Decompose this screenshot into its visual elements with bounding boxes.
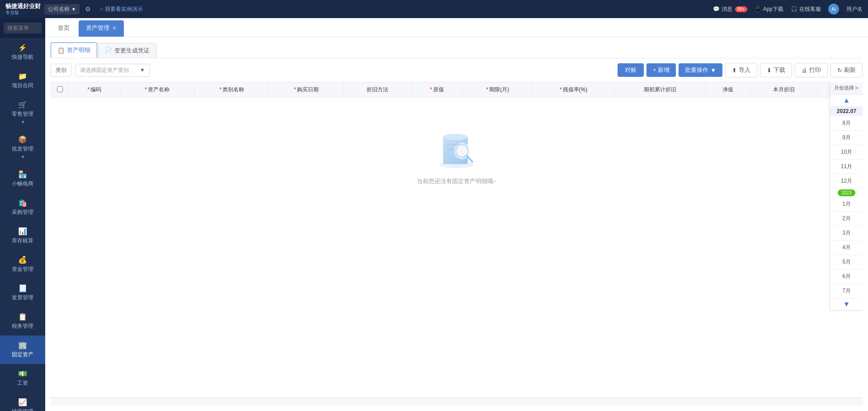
- app-title: 畅捷通好业财: [5, 3, 41, 10]
- tab-close-icon[interactable]: ✕: [112, 25, 117, 31]
- toolbar-left: 类别 请选择固定资产类别 ▼: [51, 64, 150, 77]
- refresh-button[interactable]: ↻ 刷新: [830, 63, 863, 77]
- table-header-row: *编码 *资产名称 *类别名称 *购买日期 折旧方法 *原值 *期限(月) *残…: [51, 82, 863, 98]
- settings-icon[interactable]: ⚙: [85, 5, 91, 13]
- batch-button[interactable]: 批量操作 ▼: [679, 63, 722, 77]
- empty-illustration: [429, 125, 484, 170]
- sidebar-item-ecommerce[interactable]: 🏪 小畅电商: [0, 165, 45, 193]
- content-area: 首页 资产管理 ✕ 📋 资产明细 📄 变更生成凭证: [45, 18, 868, 411]
- month-7[interactable]: 7月: [830, 284, 863, 298]
- wholesale-arrow: ▾: [22, 154, 24, 159]
- month-panel: 月份选择 ✕ ▲ 2022.07 8月 9月 10月 11月 12月 2023 …: [830, 82, 863, 311]
- sidebar-item-label: 工资: [17, 379, 28, 387]
- messages-button[interactable]: 💬 消息 99+: [713, 5, 747, 13]
- page-footer: [51, 397, 863, 406]
- col-original-value: *原值: [411, 82, 462, 98]
- month-6[interactable]: 6月: [830, 269, 863, 284]
- search-input[interactable]: [4, 23, 42, 33]
- import-icon: ⬆: [732, 67, 737, 74]
- month-8[interactable]: 8月: [830, 116, 863, 131]
- month-9[interactable]: 9月: [830, 131, 863, 145]
- month-11[interactable]: 11月: [830, 160, 863, 174]
- category-filter[interactable]: 类别: [51, 64, 71, 77]
- demo-label: 我要看实例演示: [105, 5, 143, 13]
- download-button[interactable]: ⬇ 下载: [760, 63, 792, 77]
- company-selector[interactable]: 公司名称 ▼: [44, 4, 80, 14]
- operations-icon: 📈: [18, 398, 27, 406]
- select-all-checkbox[interactable]: [57, 86, 63, 92]
- category-select[interactable]: 请选择固定资产类别 ▼: [75, 64, 150, 77]
- empty-state: 当前您还没有固定资产明细哦~: [51, 98, 863, 213]
- download-icon: ⬇: [767, 67, 772, 74]
- sub-tab-voucher-label: 变更生成凭证: [114, 47, 150, 55]
- sub-tab-detail[interactable]: 📋 资产明细: [51, 43, 97, 58]
- invoice-icon: 🧾: [18, 284, 27, 293]
- messages-badge: 99+: [735, 6, 747, 12]
- add-label: + 新增: [653, 66, 670, 74]
- month-panel-header: 月份选择 ✕: [830, 82, 863, 94]
- download-label: 下载: [774, 66, 785, 74]
- print-label: 打印: [809, 66, 821, 74]
- month-4[interactable]: 4月: [830, 241, 863, 255]
- month-nav-up[interactable]: ▲: [830, 94, 863, 106]
- sub-tab-voucher[interactable]: 📄 变更生成凭证: [98, 43, 156, 58]
- month-2[interactable]: 2月: [830, 212, 863, 226]
- year-2023-badge: 2023: [838, 189, 855, 196]
- sub-tab-detail-label: 资产明细: [67, 46, 90, 54]
- app-edition: 专业版: [5, 10, 41, 15]
- sidebar-item-invoice[interactable]: 🧾 发票管理: [0, 279, 45, 307]
- sidebar-item-label: 批发管理: [12, 145, 33, 153]
- tab-home[interactable]: 首页: [51, 20, 77, 37]
- sidebar-item-wholesale[interactable]: 📦 批发管理 ▾: [0, 130, 45, 165]
- col-period: *期限(月): [462, 82, 533, 98]
- avatar-initials: Ai: [831, 6, 836, 12]
- month-3[interactable]: 3月: [830, 226, 863, 241]
- col-depreciation-method: 折旧方法: [344, 82, 411, 98]
- col-purchase-date: *购买日期: [269, 82, 344, 98]
- svg-point-3: [443, 134, 467, 140]
- svg-rect-7: [447, 144, 459, 145]
- sidebar-item-tax[interactable]: 📋 税务管理: [0, 307, 45, 335]
- sidebar-item-quicknav[interactable]: ⚡ 快捷导航: [0, 38, 45, 66]
- col-code: *编码: [69, 82, 120, 98]
- tab-bar: 首页 资产管理 ✕: [45, 18, 868, 37]
- sidebar-item-inventory[interactable]: 📊 库存核算: [0, 222, 45, 250]
- app-logo: 畅捷通好业财 专业版: [5, 3, 41, 15]
- online-service-button[interactable]: 🎧 在线客服: [791, 5, 821, 13]
- user-avatar[interactable]: Ai: [828, 4, 839, 14]
- month-nav-down[interactable]: ▼: [830, 298, 863, 310]
- sidebar-item-assets[interactable]: 🏢 固定资产: [0, 335, 45, 364]
- print-icon: 🖨: [802, 67, 807, 74]
- sidebar-item-label: 资金管理: [12, 265, 33, 273]
- close-icon[interactable]: ✕: [854, 85, 859, 91]
- wholesale-icon: 📦: [18, 135, 27, 144]
- sidebar-item-salary[interactable]: 💵 工资: [0, 364, 45, 392]
- col-net-value: 净值: [706, 82, 750, 98]
- month-10[interactable]: 10月: [830, 145, 863, 160]
- print-button[interactable]: 🖨 打印: [795, 63, 828, 77]
- month-1[interactable]: 1月: [830, 197, 863, 212]
- empty-message: 当前您还没有固定资产明细哦~: [417, 177, 497, 185]
- year-2023-badge-row: 2023: [830, 189, 863, 197]
- sidebar-item-label: 快捷导航: [12, 53, 33, 61]
- month-5[interactable]: 5月: [830, 255, 863, 269]
- filter-placeholder: 请选择固定资产类别: [80, 66, 129, 74]
- demo-button[interactable]: ○ 我要看实例演示: [100, 5, 143, 13]
- col-residual-rate: *残值率(%): [533, 82, 614, 98]
- top-bar: 畅捷通好业财 专业版 公司名称 ▼ ⚙ ○ 我要看实例演示 💬 消息 99+ 📱…: [0, 0, 868, 18]
- match-button[interactable]: 对账: [618, 63, 644, 77]
- app-download-button[interactable]: 📱 App下载: [755, 5, 783, 13]
- month-12[interactable]: 12月: [830, 174, 863, 189]
- sidebar-item-label: 采购管理: [12, 208, 33, 216]
- sidebar-item-project[interactable]: 📁 项目合同: [0, 66, 45, 95]
- sidebar-item-purchase[interactable]: 🛍️ 采购管理: [0, 193, 45, 222]
- col-checkbox: [51, 82, 69, 98]
- month-panel-title: 月份选择: [834, 85, 854, 91]
- tab-home-label: 首页: [58, 24, 70, 32]
- sidebar-item-finance[interactable]: 💰 资金管理: [0, 250, 45, 279]
- import-button[interactable]: ⬆ 导入: [725, 63, 757, 77]
- tab-assets[interactable]: 资产管理 ✕: [79, 20, 124, 37]
- sidebar-item-retail[interactable]: 🛒 零售管理 ▾: [0, 95, 45, 130]
- sidebar-item-operations[interactable]: 📈 经营管理: [0, 392, 45, 411]
- add-button[interactable]: + 新增: [646, 63, 676, 77]
